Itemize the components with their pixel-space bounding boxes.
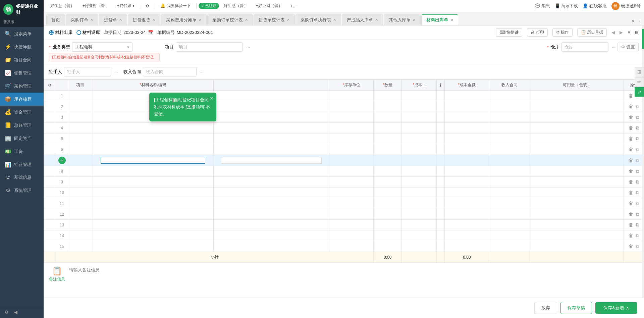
row-unit-cell[interactable] [329,155,374,166]
row-cost-amount-cell[interactable] [445,101,489,112]
delete-row-btn[interactable]: 🗑 [629,201,633,206]
tab-close-all-icon[interactable]: ✕ [631,19,635,24]
operations-btn[interactable]: ⚙ 操作 [552,28,573,37]
row-cost-amount-cell[interactable] [445,241,489,252]
row-project-cell[interactable] [68,166,93,177]
row-qty-cell[interactable] [374,155,402,166]
row-project-cell[interactable] [68,123,93,134]
tab-other-receipt[interactable]: 其他入库单✕ [384,14,421,25]
row-income-contract-cell[interactable] [489,155,530,166]
delete-row-btn[interactable]: 🗑 [629,244,633,249]
handler-input[interactable]: 经手人 [64,67,111,76]
topbar-good-finance[interactable]: +好业财（普） [79,2,112,10]
row-material-cell[interactable] [93,144,213,155]
row-material-cell[interactable] [93,241,213,252]
row-income-contract-cell[interactable] [489,91,530,101]
project-input[interactable]: 项目 [176,42,243,52]
app-download-btn[interactable]: 📱 App下载 [555,3,578,9]
sidebar-item-assets[interactable]: 🏢 固定资产 [0,132,44,145]
row-cost-price-cell[interactable] [402,101,437,112]
delete-row-btn[interactable]: 🗑 [629,125,633,130]
copy-row-btn[interactable]: ⧉ [636,147,639,152]
row-spec-cell[interactable] [213,209,329,220]
right-btn-1[interactable]: ⊞ [635,67,644,76]
row-spec-cell[interactable] [213,188,329,198]
tab-close-finished-goods[interactable]: ✕ [375,18,378,22]
row-project-cell[interactable] [68,134,93,144]
row-unit-cell[interactable] [329,188,374,198]
copy-row-btn[interactable]: ⧉ [636,211,639,217]
row-project-cell[interactable] [68,101,93,112]
row-qty-cell[interactable] [374,101,402,112]
delete-row-btn[interactable]: 🗑 [629,233,633,238]
row-qty-cell[interactable] [374,230,402,241]
business-type-select[interactable]: 工程领料 ▾ [72,42,132,52]
row-spec-cell[interactable] [213,91,329,101]
tab-home[interactable]: 首页 [46,14,65,25]
row-project-cell[interactable] [68,188,93,198]
topbar-good-business-2[interactable]: 好生意（普） [220,2,251,10]
row-cost-price-cell[interactable] [402,198,437,209]
row-project-cell[interactable] [68,230,93,241]
row-cost-price-cell[interactable] [402,209,437,220]
row-cost-price-cell[interactable] [402,144,437,155]
row-income-contract-cell[interactable] [489,123,530,134]
delete-row-btn[interactable]: 🗑 [629,136,633,141]
row-cost-amount-cell[interactable] [445,91,489,101]
topbar-good-finance-2[interactable]: +好业财（普） [253,2,286,10]
row-cost-price-cell[interactable] [402,230,437,241]
row-cost-amount-cell[interactable] [445,220,489,230]
row-income-contract-cell[interactable] [489,144,530,155]
tab-close-purchase-execution[interactable]: ✕ [333,18,336,22]
row-qty-cell[interactable] [374,112,402,123]
warehouse-input[interactable]: 仓库 [561,42,608,52]
row-unit-cell[interactable] [329,177,374,188]
row-project-cell[interactable] [68,144,93,155]
tab-close-purchase-stats[interactable]: ✕ [245,18,248,22]
user-avatar[interactable]: 畅 畅捷通8号 [611,2,641,10]
handler-dots-btn[interactable]: ··· [114,69,118,74]
row-income-contract-cell[interactable] [489,220,530,230]
tab-goods-return[interactable]: 进货退货✕ [128,14,160,25]
nav-prev-icon[interactable]: ◀ [611,30,615,35]
row-spec-cell[interactable] [213,134,329,144]
row-material-cell[interactable] [93,155,213,166]
row-spec-cell[interactable] [213,155,329,166]
row-spec-cell[interactable] [213,144,329,155]
row-cost-price-cell[interactable] [402,155,437,166]
tab-close-other-receipt[interactable]: ✕ [413,18,416,22]
row-material-cell[interactable] [93,177,213,188]
row-unit-cell[interactable] [329,166,374,177]
message-btn[interactable]: 💬 消息 [535,3,550,9]
delete-row-btn[interactable]: 🗑 [629,168,633,174]
row-income-contract-cell[interactable] [489,209,530,220]
row-cost-amount-cell[interactable] [445,123,489,134]
row-spec-cell[interactable] [213,220,329,230]
copy-row-btn[interactable]: ⧉ [636,158,639,163]
date-value[interactable]: 2023-03-24 [123,30,146,35]
row-qty-cell[interactable] [374,220,402,230]
copy-row-btn[interactable]: ⧉ [636,233,639,238]
shortcut-key-btn[interactable]: ⌨ 快捷键 [496,28,522,37]
sidebar-item-operations[interactable]: 📊 经营管理 [0,158,44,171]
row-project-cell[interactable] [68,220,93,230]
copy-row-btn[interactable]: ⧉ [636,168,639,174]
row-material-cell[interactable] [93,134,213,144]
calendar-icon[interactable]: 📅 [148,30,153,35]
row-income-contract-cell[interactable] [489,134,530,144]
save-new-button[interactable]: 保存&新增 ∧ [595,302,637,314]
copy-row-btn[interactable]: ⧉ [636,125,639,130]
sidebar-item-ledger[interactable]: 📒 总账管理 [0,119,44,132]
row-material-cell[interactable] [93,230,213,241]
row-qty-cell[interactable] [374,91,402,101]
row-spec-cell[interactable] [213,112,329,123]
row-income-contract-cell[interactable] [489,177,530,188]
view-list-icon[interactable]: ≡ [628,30,630,35]
row-qty-cell[interactable] [374,166,402,177]
copy-row-btn[interactable]: ⧉ [636,201,639,206]
tab-purchase-expense[interactable]: 采购费用分摊单✕ [161,14,207,25]
tab-close-goods-stats[interactable]: ✕ [287,18,290,22]
row-spec-cell[interactable] [213,166,329,177]
project-dots-btn[interactable]: ··· [246,45,250,50]
right-btn-green[interactable]: ↗ [635,87,644,97]
